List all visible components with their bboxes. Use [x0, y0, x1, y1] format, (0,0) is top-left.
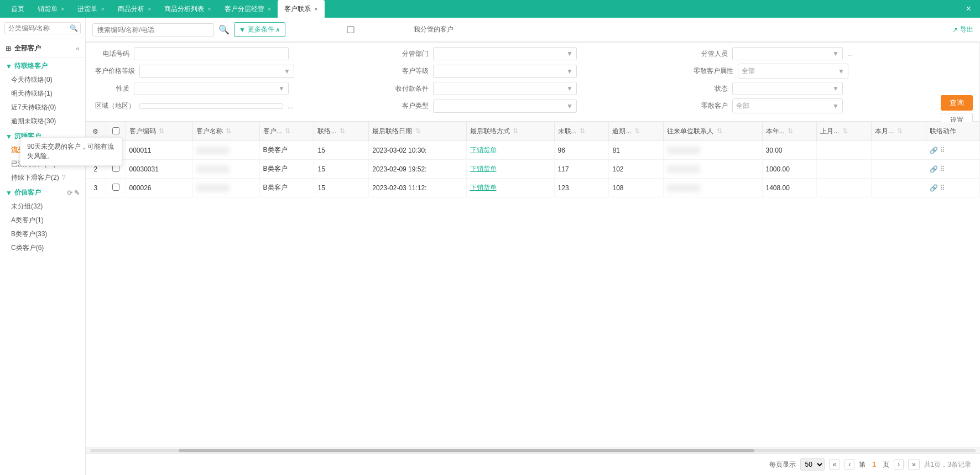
close-sales-order-icon[interactable]: ×	[61, 6, 64, 12]
person-select[interactable]: ▼	[732, 47, 843, 60]
row3-contact-icon[interactable]: 🔗	[930, 184, 938, 192]
row3-last-method[interactable]: 下销货单	[466, 179, 554, 197]
my-customers-toggle[interactable]: 我分管的客户	[290, 25, 453, 34]
sidebar-item-ungrouped[interactable]: 未分组(32)	[0, 200, 85, 213]
search-bar: 🔍 ▼ 更多条件 ∧ 我分管的客户 ↗ 导出	[86, 18, 980, 42]
table-header-row: ⚙ 客户编码 ⇅ 客户名称 ⇅	[86, 122, 980, 141]
row3-select-checkbox[interactable]	[112, 184, 119, 191]
sidebar-group-value-customers[interactable]: ▼ 价值客户 ⟳ ✎	[0, 185, 85, 200]
tab-customer-contact[interactable]: 客户联系 ×	[278, 0, 324, 18]
sort-uncontacted-icon[interactable]: ⇅	[580, 127, 585, 135]
dept-select[interactable]: ▼	[433, 47, 577, 60]
search-button[interactable]: 🔍	[218, 24, 230, 35]
row2-code[interactable]: 00030031	[126, 160, 192, 179]
customer-level-select[interactable]: ▼	[433, 65, 577, 78]
row2-contact-icon[interactable]: 🔗	[930, 165, 938, 173]
row2-contact: 15	[314, 160, 369, 179]
row1-more-icon[interactable]: ⠿	[940, 147, 945, 154]
more-conditions-button[interactable]: ▼ 更多条件 ∧	[234, 22, 285, 37]
close-customer-contact-icon[interactable]: ×	[314, 6, 317, 12]
sort-this-year-icon[interactable]: ⇅	[788, 127, 793, 135]
payment-select[interactable]: ▼	[433, 82, 577, 95]
zero-retail-select[interactable]: 全部 ▼	[732, 98, 843, 113]
price-level-select[interactable]: ▼	[139, 65, 294, 78]
phone-input[interactable]	[134, 47, 289, 60]
sidebar-item-tomorrow-pending[interactable]: 明天待联络(1)	[0, 87, 85, 101]
sort-method-icon[interactable]: ⇅	[513, 127, 518, 135]
select-all-checkbox[interactable]	[112, 127, 119, 134]
th-customer-name: 客户名称 ⇅	[192, 122, 259, 141]
last-page-button[interactable]: »	[908, 459, 920, 470]
export-button[interactable]: ↗ 导出	[952, 25, 973, 34]
close-purchase-order-icon[interactable]: ×	[101, 6, 104, 12]
close-product-analysis-list-icon[interactable]: ×	[207, 6, 211, 12]
row2-more-icon[interactable]: ⠿	[940, 165, 945, 173]
th-overdue: 逾期... ⇅	[609, 122, 664, 141]
region-dots[interactable]: ...	[283, 102, 298, 110]
horizontal-scrollbar[interactable]	[86, 447, 980, 453]
row1-contact-icon[interactable]: 🔗	[930, 147, 938, 154]
row1-last-method[interactable]: 下销货单	[466, 141, 554, 160]
data-table-area: ⚙ 客户编码 ⇅ 客户名称 ⇅	[86, 122, 980, 447]
first-page-button[interactable]: «	[829, 459, 841, 470]
tab-home[interactable]: 首页	[4, 0, 31, 18]
table-settings-icon[interactable]: ⚙	[92, 128, 98, 135]
customer-level-dropdown-icon: ▼	[566, 67, 573, 75]
sidebar-item-c-class[interactable]: C类客户(6)	[0, 241, 85, 255]
sort-this-month-icon[interactable]: ⇅	[897, 127, 903, 135]
person-dots[interactable]: ...	[843, 50, 857, 58]
tab-customer-layer[interactable]: 客户分层经营 ×	[218, 0, 278, 18]
close-product-analysis-icon[interactable]: ×	[148, 6, 151, 12]
zero-retail-attr-select[interactable]: 全部 ▼	[738, 64, 848, 79]
row3-contact: 15	[314, 179, 369, 197]
collapse-icon[interactable]: «	[76, 45, 80, 53]
sort-type-icon[interactable]: ⇅	[285, 127, 290, 135]
prev-page-button[interactable]: ‹	[845, 459, 854, 470]
sort-overdue-icon[interactable]: ⇅	[634, 127, 640, 135]
sidebar-item-overdue-pending[interactable]: 逾期未联络(30)	[0, 114, 85, 128]
sort-name-icon[interactable]: ⇅	[226, 127, 231, 135]
row1-code[interactable]: 000011	[126, 141, 192, 160]
row3-last-month	[817, 179, 872, 197]
scroll-thumb[interactable]	[179, 449, 754, 452]
global-close-button[interactable]: ×	[962, 4, 976, 14]
sidebar-item-declining[interactable]: 持续下滑客户(2) ?	[0, 171, 85, 185]
row2-overdue: 102	[609, 160, 664, 179]
region-select[interactable]	[139, 103, 283, 109]
tab-product-analysis-list[interactable]: 商品分析列表 ×	[158, 0, 217, 18]
row3-code[interactable]: 000026	[126, 179, 192, 197]
customer-type-select[interactable]: ▼	[433, 100, 577, 113]
sort-contact-icon[interactable]: ⇅	[340, 127, 345, 135]
search-input[interactable]	[92, 23, 214, 36]
row3-more-icon[interactable]: ⠿	[940, 184, 945, 192]
close-customer-layer-icon[interactable]: ×	[268, 6, 271, 12]
sort-unit-contact-icon[interactable]: ⇅	[717, 127, 722, 135]
edit-icons[interactable]: ⟳ ✎	[67, 189, 80, 197]
sort-code-icon[interactable]: ⇅	[159, 127, 164, 135]
per-page-select[interactable]: 50	[800, 458, 825, 471]
query-button[interactable]: 查询	[941, 95, 973, 111]
sort-last-month-icon[interactable]: ⇅	[842, 127, 848, 135]
row2-last-method[interactable]: 下销货单	[466, 160, 554, 179]
sidebar-group-pending[interactable]: ▼ 待联络客户	[0, 58, 85, 73]
sidebar-item-7days-pending[interactable]: 近7天待联络(0)	[0, 101, 85, 114]
sidebar-all-customers[interactable]: ⊞ 全部客户 «	[0, 39, 85, 58]
filter-row-2: 客户价格等级 ▼ 客户等级 ▼ 零散客户属性	[95, 64, 971, 79]
tab-purchase-order[interactable]: 进货单 ×	[71, 0, 111, 18]
tab-product-analysis[interactable]: 商品分析 ×	[111, 0, 158, 18]
row1-unit-contact	[664, 141, 762, 160]
filter-status: 状态 ▼	[694, 82, 971, 95]
region-label: 区域（地区）	[95, 101, 139, 111]
next-page-button[interactable]: ›	[894, 459, 904, 470]
my-customers-checkbox[interactable]	[290, 26, 411, 33]
sidebar-item-a-class[interactable]: A类客户(1)	[0, 213, 85, 227]
row3-checkbox	[106, 179, 126, 197]
sort-date-icon[interactable]: ⇅	[415, 127, 421, 135]
nature-select[interactable]: ▼	[134, 82, 289, 95]
row2-last-date: 2023-02-09 19:52:	[369, 160, 466, 179]
status-select[interactable]: ▼	[732, 82, 843, 95]
sidebar-item-b-class[interactable]: B类客户(33)	[0, 227, 85, 241]
sidebar-item-today-pending[interactable]: 今天待联络(0)	[0, 73, 85, 87]
row3-name-blurred	[196, 184, 230, 192]
tab-sales-order[interactable]: 销货单 ×	[31, 0, 71, 18]
